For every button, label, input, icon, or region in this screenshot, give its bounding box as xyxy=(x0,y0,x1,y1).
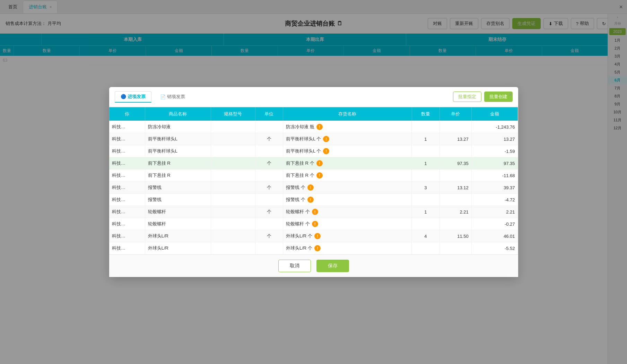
cell-unit: 个 xyxy=(255,230,283,242)
modal-dialog: 🔵 进项发票 📄 销项发票 批量指定 批量创建 × 你 商品名称 规格型号 xyxy=(109,87,518,277)
table-row: 科技… 轮毂螺杆 个 轮毂螺杆 个 ! 1 2.21 2.21 xyxy=(109,206,518,218)
cell-spec xyxy=(211,194,255,206)
cell-price xyxy=(439,218,471,230)
cell-spec xyxy=(211,242,255,254)
cell-qty: 1 xyxy=(412,206,439,218)
cell-qty: 3 xyxy=(412,182,439,194)
modal-close-button[interactable]: × xyxy=(509,91,513,98)
cell-inventory: 报警线 个 ! xyxy=(283,194,412,206)
cell-product: 前下悬挂 R xyxy=(145,170,211,182)
modal-tab-purchase[interactable]: 🔵 进项发票 xyxy=(115,91,151,103)
batch-create-button[interactable]: 批量创建 xyxy=(484,92,513,102)
cell-product: 报警线 xyxy=(145,194,211,206)
cell-qty: 4 xyxy=(412,230,439,242)
col-header-unit: 单位 xyxy=(255,107,283,121)
cell-spec xyxy=(211,157,255,170)
cell-product: 轮毂螺杆 xyxy=(145,218,211,230)
cell-spec xyxy=(211,170,255,182)
cell-amount: 39.37 xyxy=(471,182,518,194)
cell-spec xyxy=(211,182,255,194)
cell-qty xyxy=(412,194,439,206)
cell-price: 13.12 xyxy=(439,182,471,194)
cell-qty xyxy=(412,121,439,133)
cell-spec xyxy=(211,206,255,218)
cell-inventory: 前平衡杆球头L 个 ! xyxy=(283,145,412,157)
col-header-inventory: 存货名称 xyxy=(283,107,412,121)
modal-tab-sales[interactable]: 📄 销项发票 xyxy=(154,91,191,102)
cell-qty xyxy=(412,242,439,254)
cell-amount: -1.59 xyxy=(471,145,518,157)
cell-amount: 13.27 xyxy=(471,133,518,145)
cell-inventory: 防冻冷却液 瓶 ! xyxy=(283,121,412,133)
table-row: 科技… 前下悬挂 R 个 前下悬挂 R 个 ! 1 97.35 97.35 xyxy=(109,157,518,170)
cell-amount: 97.35 xyxy=(471,157,518,170)
table-row: 科技… 前平衡杆球头L 个 前平衡杆球头L 个 ! 1 13.27 13.27 xyxy=(109,133,518,145)
cell-qty xyxy=(412,218,439,230)
modal-table-container[interactable]: 你 商品名称 规格型号 单位 存货名称 数量 单价 金额 科技… 防冻冷却液 防… xyxy=(109,107,518,255)
table-row: 科技… 前平衡杆球头L 前平衡杆球头L 个 ! -1.59 xyxy=(109,145,518,157)
cell-company: 科技… xyxy=(109,194,145,206)
col-header-amount: 金额 xyxy=(471,107,518,121)
cell-company: 科技… xyxy=(109,206,145,218)
warning-icon: ! xyxy=(323,148,329,154)
cell-company: 科技… xyxy=(109,133,145,145)
cell-spec xyxy=(211,218,255,230)
warning-icon: ! xyxy=(312,209,318,215)
cell-spec xyxy=(211,133,255,145)
cell-unit: 个 xyxy=(255,157,283,170)
warning-icon: ! xyxy=(323,136,329,142)
table-row: 科技… 前下悬挂 R 前下悬挂 R 个 ! -11.68 xyxy=(109,170,518,182)
table-row: 科技… 外球头L/R 外球头L/R 个 ! -5.52 xyxy=(109,242,518,254)
cell-inventory: 轮毂螺杆 个 ! xyxy=(283,206,412,218)
cell-company: 科技… xyxy=(109,121,145,133)
cell-qty: 1 xyxy=(412,133,439,145)
save-button[interactable]: 保存 xyxy=(316,260,349,272)
table-row: 科技… 轮毂螺杆 轮毂螺杆 个 ! -0.27 xyxy=(109,218,518,230)
warning-icon: ! xyxy=(316,172,323,179)
modal-table: 你 商品名称 规格型号 单位 存货名称 数量 单价 金额 科技… 防冻冷却液 防… xyxy=(109,107,518,255)
batch-assign-button[interactable]: 批量指定 xyxy=(453,92,481,102)
cell-price xyxy=(439,194,471,206)
warning-icon: ! xyxy=(307,197,314,203)
cell-unit xyxy=(255,121,283,133)
cell-inventory: 前平衡杆球头L 个 ! xyxy=(283,133,412,145)
warning-icon: ! xyxy=(314,233,321,239)
table-row: 科技… 报警线 报警线 个 ! -4.72 xyxy=(109,194,518,206)
warning-icon: ! xyxy=(307,184,314,191)
cell-product: 报警线 xyxy=(145,182,211,194)
cell-price: 13.27 xyxy=(439,133,471,145)
cell-product: 轮毂螺杆 xyxy=(145,206,211,218)
cell-inventory: 轮毂螺杆 个 ! xyxy=(283,218,412,230)
cell-price: 2.21 xyxy=(439,206,471,218)
cell-unit xyxy=(255,218,283,230)
cell-inventory: 前下悬挂 R 个 ! xyxy=(283,157,412,170)
cancel-button[interactable]: 取消 xyxy=(278,260,311,272)
sales-tab-icon: 📄 xyxy=(160,94,166,99)
cell-amount: 2.21 xyxy=(471,206,518,218)
cell-unit xyxy=(255,194,283,206)
cell-company: 科技… xyxy=(109,145,145,157)
table-row: 科技… 报警线 个 报警线 个 ! 3 13.12 39.37 xyxy=(109,182,518,194)
cell-price xyxy=(439,121,471,133)
col-header-price: 单价 xyxy=(439,107,471,121)
cell-product: 前下悬挂 R xyxy=(145,157,211,170)
modal-actions: 批量指定 批量创建 xyxy=(453,92,513,102)
cell-spec xyxy=(211,121,255,133)
warning-icon: ! xyxy=(316,124,323,130)
cell-product: 防冻冷却液 xyxy=(145,121,211,133)
table-row: 科技… 防冻冷却液 防冻冷却液 瓶 ! -1,243.76 xyxy=(109,121,518,133)
cell-amount: -4.72 xyxy=(471,194,518,206)
cell-price xyxy=(439,170,471,182)
modal-footer: 取消 保存 xyxy=(109,254,518,277)
cell-inventory: 前下悬挂 R 个 ! xyxy=(283,170,412,182)
purchase-tab-icon: 🔵 xyxy=(121,94,126,99)
cell-price: 97.35 xyxy=(439,157,471,170)
cell-inventory: 外球头L/R 个 ! xyxy=(283,242,412,254)
cell-spec xyxy=(211,230,255,242)
cell-inventory: 报警线 个 ! xyxy=(283,182,412,194)
cell-unit xyxy=(255,145,283,157)
modal-header: 🔵 进项发票 📄 销项发票 批量指定 批量创建 × xyxy=(109,87,518,107)
warning-icon: ! xyxy=(316,160,323,166)
cell-company: 科技… xyxy=(109,218,145,230)
cell-inventory: 外球头L/R 个 ! xyxy=(283,230,412,242)
